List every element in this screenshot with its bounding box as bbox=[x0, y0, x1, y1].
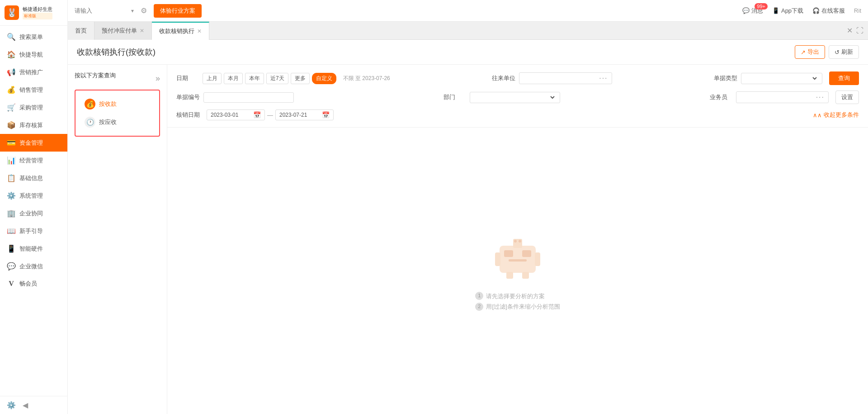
filter-title: 按以下方案查询 bbox=[75, 71, 116, 80]
sidebar-item-smart-hw[interactable]: 📱 智能硬件 bbox=[0, 240, 67, 257]
collapse-sidebar-icon[interactable]: ◀ bbox=[23, 401, 28, 409]
settings-icon[interactable]: ⚙️ bbox=[7, 401, 16, 409]
tab-receipt-label: 收款核销执行 bbox=[159, 27, 194, 35]
expand-icon[interactable]: ⛶ bbox=[856, 27, 863, 35]
gear-icon[interactable]: ⚙ bbox=[141, 6, 147, 15]
industry-btn[interactable]: 体验行业方案 bbox=[154, 4, 202, 18]
verify-date-range: 📅 — 📅 bbox=[207, 109, 334, 120]
sidebar-item-enterprise[interactable]: 🏢 企业协同 bbox=[0, 205, 67, 222]
sidebar-label-search: 搜索菜单 bbox=[19, 33, 43, 41]
sidebar-label-basic-info: 基础信息 bbox=[19, 174, 43, 182]
date-btn-more[interactable]: 更多 bbox=[291, 73, 310, 84]
date-btn-this-month[interactable]: 本月 bbox=[224, 73, 243, 84]
close-all-icon[interactable]: ✕ bbox=[847, 26, 853, 35]
date-btn-7days[interactable]: 近7天 bbox=[266, 73, 288, 84]
svg-point-5 bbox=[514, 240, 517, 243]
logo-icon: 🐰 bbox=[5, 5, 19, 20]
sidebar-item-vip[interactable]: V 畅会员 bbox=[0, 275, 67, 292]
inventory-icon: 📦 bbox=[7, 121, 16, 129]
app-label: App下载 bbox=[781, 7, 803, 15]
partner-more-icon[interactable]: ··· bbox=[599, 74, 608, 82]
doc-no-label: 单据编号 bbox=[176, 93, 200, 101]
sidebar-nav: 🔍 搜索菜单 🏠 快捷导航 📢 营销推广 💰 销售管理 🛒 采购管理 📦 库存核… bbox=[0, 26, 67, 396]
verify-end-input[interactable] bbox=[279, 112, 320, 118]
doc-no-input[interactable] bbox=[208, 94, 290, 101]
doc-type-field: 单据类型 bbox=[714, 73, 822, 84]
search-input[interactable] bbox=[75, 7, 129, 14]
refresh-button[interactable]: ↺ 刷新 bbox=[829, 45, 859, 59]
sidebar-footer: ⚙️ ◀ bbox=[0, 396, 67, 414]
sidebar-item-quick-nav[interactable]: 🏠 快捷导航 bbox=[0, 46, 67, 63]
sidebar-item-wechat[interactable]: 💬 企业微信 bbox=[0, 257, 67, 275]
verify-date-label: 核销日期 bbox=[176, 111, 200, 119]
sidebar-item-purchase[interactable]: 🛒 采购管理 bbox=[0, 99, 67, 116]
tab-receipt-cancel[interactable]: 收款核销执行 ✕ bbox=[152, 22, 209, 40]
empty-illustration bbox=[491, 230, 545, 284]
filter-item-by-receipt[interactable]: 💰 按收款 bbox=[80, 95, 155, 113]
sidebar-label-enterprise: 企业协同 bbox=[19, 209, 43, 218]
verify-start-input[interactable] bbox=[211, 112, 251, 118]
filter-item-receivable-label: 按应收 bbox=[99, 118, 117, 126]
smart-hw-icon: 📱 bbox=[7, 244, 16, 253]
sidebar-item-operations[interactable]: 📊 经营管理 bbox=[0, 152, 67, 169]
wechat-icon: 💬 bbox=[7, 262, 16, 271]
empty-tip-2: 2 用[过滤]条件来缩小分析范围 bbox=[475, 301, 560, 312]
sidebar-item-finance[interactable]: 💳 资金管理 bbox=[0, 134, 67, 152]
page-title: 收款核销执行(按收款) bbox=[77, 47, 156, 57]
app-icon: 📱 bbox=[772, 7, 779, 14]
partner-input[interactable] bbox=[523, 75, 599, 82]
sidebar-item-inventory[interactable]: 📦 库存核算 bbox=[0, 116, 67, 134]
system-icon: ⚙️ bbox=[7, 191, 16, 200]
search-row-2: 单据编号 部门 bbox=[176, 90, 859, 104]
msg-btn[interactable]: 💬 消息 99+ bbox=[742, 7, 763, 15]
date-btn-last-month[interactable]: 上月 bbox=[203, 73, 222, 84]
dept-select[interactable] bbox=[474, 94, 556, 101]
tabbar: 首页 预付冲应付单 ✕ 收款核销执行 ✕ ✕ ⛶ bbox=[68, 22, 868, 40]
marketing-icon: 📢 bbox=[7, 68, 16, 76]
tab-prepay-close-icon[interactable]: ✕ bbox=[140, 28, 144, 34]
filter-collapse-icon[interactable]: » bbox=[156, 74, 160, 83]
date-btn-this-year[interactable]: 本年 bbox=[245, 73, 264, 84]
tab-receipt-close-icon[interactable]: ✕ bbox=[197, 28, 202, 34]
receivable-icon: 🕐 bbox=[85, 117, 95, 128]
tabbar-actions: ✕ ⛶ bbox=[847, 26, 868, 35]
verify-end-cal-icon[interactable]: 📅 bbox=[322, 111, 330, 119]
msg-icon: 💬 bbox=[742, 7, 750, 14]
collapse-more-btn[interactable]: ∧∧ 收起更多条件 bbox=[813, 111, 859, 119]
sidebar-item-basic-info[interactable]: 📋 基础信息 bbox=[0, 169, 67, 187]
doc-no-field: 单据编号 bbox=[176, 92, 294, 103]
sidebar-label-vip: 畅会员 bbox=[19, 280, 37, 288]
sidebar-item-marketing[interactable]: 📢 营销推广 bbox=[0, 63, 67, 81]
service-btn[interactable]: 🎧 在线客服 bbox=[812, 7, 845, 15]
sidebar-label-wechat: 企业微信 bbox=[19, 262, 43, 271]
settings-button[interactable]: 设置 bbox=[835, 90, 859, 104]
app-download-btn[interactable]: 📱 App下载 bbox=[772, 7, 803, 15]
verify-end-wrap: 📅 bbox=[275, 109, 334, 120]
svg-rect-2 bbox=[522, 250, 531, 257]
staff-input[interactable] bbox=[740, 94, 816, 101]
staff-more-icon[interactable]: ··· bbox=[816, 93, 825, 101]
doc-type-select[interactable] bbox=[745, 75, 818, 82]
sidebar-label-quick-nav: 快捷导航 bbox=[19, 51, 43, 59]
tab-prepay-label: 预付冲应付单 bbox=[102, 27, 137, 35]
tab-prepay-order[interactable]: 预付冲应付单 ✕ bbox=[94, 22, 152, 40]
sidebar-item-guide[interactable]: 📖 新手引导 bbox=[0, 222, 67, 240]
msg-badge: 99+ bbox=[755, 3, 768, 10]
query-button[interactable]: 查询 bbox=[829, 71, 859, 85]
verify-start-cal-icon[interactable]: 📅 bbox=[253, 111, 261, 119]
doc-type-select-wrap bbox=[741, 73, 822, 84]
svg-rect-10 bbox=[522, 272, 529, 279]
sidebar-label-inventory: 库存核算 bbox=[19, 121, 43, 129]
empty-tip-1: 1 请先选择要分析的方案 bbox=[475, 291, 560, 301]
purchase-icon: 🛒 bbox=[7, 103, 16, 112]
sidebar-item-system[interactable]: ⚙️ 系统管理 bbox=[0, 187, 67, 205]
partner-field: 往来单位 ··· bbox=[492, 72, 612, 84]
date-btn-custom[interactable]: 自定义 bbox=[312, 73, 336, 84]
sidebar-item-sales[interactable]: 💰 销售管理 bbox=[0, 81, 67, 99]
export-button[interactable]: ↗ 导出 bbox=[795, 45, 825, 59]
filter-item-by-receivable[interactable]: 🕐 按应收 bbox=[80, 113, 155, 131]
svg-rect-9 bbox=[506, 272, 513, 279]
tab-home[interactable]: 首页 bbox=[68, 22, 94, 40]
sidebar-item-search[interactable]: 🔍 搜索菜单 bbox=[0, 28, 67, 46]
svg-rect-8 bbox=[535, 252, 540, 266]
